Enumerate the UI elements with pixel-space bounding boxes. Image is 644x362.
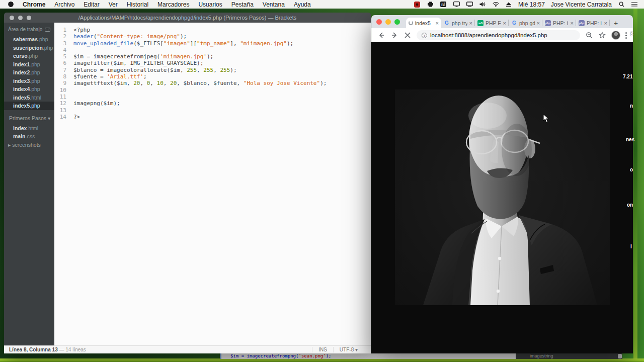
tab-php-i[interactable]: phpPHP: i× [576,18,610,28]
notification-center-icon[interactable] [631,2,638,8]
w3schools-favicon-icon: w3 [477,20,484,26]
menubar-clock[interactable]: Mié 18:57 [518,1,545,8]
code-text: move_uploaded_file($_FILES["imagen"]["tm… [73,40,293,47]
working-file-suscripcion-php[interactable]: suscripcion.php [4,44,54,52]
close-window-button[interactable] [10,16,14,20]
code-text: $fuente = 'Arial.ttf'; [73,73,147,80]
code-pane: 1<?php2header("Content-type: image/png")… [54,23,371,120]
menu-item-ayuda[interactable]: Ayuda [294,1,311,8]
menu-item-usuarios[interactable]: Usuarios [198,1,222,8]
generated-grayscale-portrait [395,89,610,305]
site-info-icon[interactable]: i [422,33,427,38]
brackets-titlebar[interactable]: /Applications/MAMP/htdocs/aprendiendophp… [4,13,371,23]
working-file-sabermas-php[interactable]: sabermas.php [4,35,54,44]
printer-icon[interactable] [427,2,434,8]
zoom-window-button[interactable] [27,16,31,20]
background-text-fragment: l [630,244,632,249]
file-extension: .php [38,36,48,42]
brackets-statusbar: Línea 8, Columna 13 — 14 líneas INS UTF-… [4,345,371,353]
encoding-selector[interactable]: UTF-8 ▾ [333,347,364,352]
mirroring-icon[interactable] [466,2,473,8]
project-dropdown[interactable]: Primeros Pasos ▾ [4,110,54,124]
volume-icon[interactable] [479,2,486,8]
code-line-2: 2header("Content-type: image/png"); [54,33,371,40]
file-basename: index3 [13,78,30,84]
working-file-index5-php[interactable]: index5.php [4,102,54,110]
insert-mode-toggle[interactable]: INS [312,347,333,352]
menu-item-chrome[interactable]: Chrome [23,1,45,8]
tab-php-gd[interactable]: Gphp gd× [509,18,542,28]
bookmark-star-icon[interactable] [598,31,606,39]
url-text[interactable]: localhost:8888/aprendiendophpgd/index5.p… [430,32,547,38]
apple-menu-icon[interactable] [8,2,14,7]
menubar-user[interactable]: Jose Vicente Carratala [551,1,612,8]
working-files-list: sabermas.phpsuscripcion.phpcurso.phpinde… [4,35,54,110]
scrollbar-thumb[interactable] [618,354,622,358]
fullscreen-window-button[interactable] [394,19,400,25]
code-line-11: 11 [54,94,371,100]
file-basename: index5 [13,103,30,109]
close-window-button[interactable] [376,19,382,25]
tab-php-try[interactable]: Gphp try× [441,18,475,28]
new-tab-button[interactable]: + [610,18,622,28]
background-text-fragment: 7.21 [623,74,632,79]
file-basename: sabermas [13,36,38,42]
tab-php-fi[interactable]: w3PHP Fi× [475,18,509,28]
keyboard-switcher-icon[interactable]: B [440,2,447,8]
doc-sidebar-fragment: imagestring [516,353,622,359]
tab-close-icon[interactable]: × [571,21,574,26]
red-app-icon[interactable] [414,2,421,8]
working-file-curso-php[interactable]: curso.php [4,52,54,60]
profile-avatar[interactable] [611,31,620,40]
eject-icon[interactable] [505,2,512,8]
code-text: imagettftext($im, 20, 0, 10, 20, $blanco… [73,80,327,86]
code-line-8: 8$fuente = 'Arial.ttf'; [54,73,371,80]
file-basename: index [13,125,27,131]
forward-icon[interactable] [390,31,398,39]
project-file-index-html[interactable]: index.html [4,124,54,133]
chrome-menu-icon[interactable] [625,32,627,39]
working-file-index3-php[interactable]: index3.php [4,77,54,85]
working-file-index5-html[interactable]: index5.html [4,94,54,102]
menu-item-ver[interactable]: Ver [109,1,118,8]
tab-close-icon[interactable]: × [503,21,506,26]
tab-close-icon[interactable]: × [537,21,540,26]
wifi-icon[interactable] [492,2,499,8]
svg-text:B: B [441,3,444,7]
back-icon[interactable] [377,31,385,39]
address-bar[interactable]: i localhost:8888/aprendiendophpgd/index5… [417,30,580,40]
menu-item-ventana[interactable]: Ventana [263,1,285,8]
menu-item-pestaña[interactable]: Pestaña [231,1,254,8]
menu-item-marcadores[interactable]: Marcadores [157,1,189,8]
file-extension: .php [30,86,40,92]
minimize-window-button[interactable] [385,19,391,25]
display-icon[interactable] [453,2,460,8]
tab-close-icon[interactable]: × [436,21,439,26]
line-number: 14 [54,114,73,120]
tab-php-i[interactable]: phpPHP: i× [542,18,576,28]
zoom-out-indicator-icon[interactable] [585,31,593,39]
tab-close-icon[interactable]: × [469,21,472,26]
google-favicon-icon: G [511,20,517,26]
page-content[interactable] [371,42,633,353]
spotlight-search-icon[interactable] [618,2,625,8]
working-file-index1-php[interactable]: index1.php [4,60,54,69]
tab-close-icon[interactable]: × [604,21,607,26]
menu-item-editar[interactable]: Editar [84,1,99,8]
working-file-index2-php[interactable]: index2.php [4,68,54,77]
split-view-icon[interactable] [45,28,50,32]
menu-item-archivo[interactable]: Archivo [54,1,74,8]
tab-index5[interactable]: index5× [406,18,441,28]
minimize-window-button[interactable] [18,16,23,20]
file-extension: .php [30,61,40,67]
stop-loading-icon[interactable] [404,31,412,39]
project-file-main-css[interactable]: main.css [4,132,54,141]
working-file-index4-php[interactable]: index4.php [4,85,54,94]
code-editor[interactable]: 1<?php2header("Content-type: image/png")… [54,23,371,345]
chrome-window-controls [376,15,400,28]
line-number: 13 [54,107,73,114]
menubar-left: ChromeArchivoEditarVerHistorialMarcadore… [0,1,414,8]
folder-item-screenshots[interactable]: ▸ screenshots [4,141,54,149]
tab-title: PHP: i [587,20,602,26]
menu-item-historial[interactable]: Historial [127,1,148,8]
